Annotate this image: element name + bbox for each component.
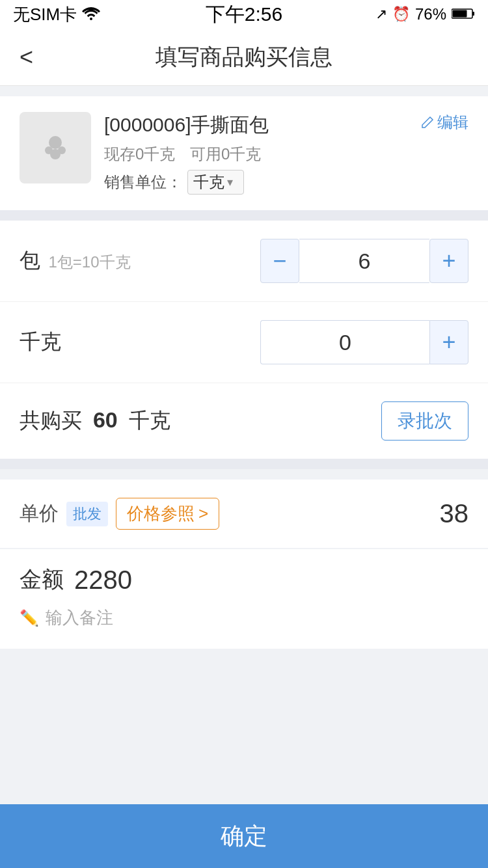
unit-arrow-icon: ▾ (227, 175, 233, 189)
total-label-group: 共购买 60 千克 (20, 407, 170, 435)
kilo-plus-icon: + (442, 329, 455, 356)
kilo-plus-button[interactable]: + (429, 320, 468, 364)
product-stock: 现存0千克 可用0千克 (104, 144, 468, 165)
product-header: [0000006]手撕面包 编辑 (104, 112, 468, 139)
price-label: 单价 (20, 500, 59, 527)
status-bar: 无SIM卡 下午2:56 ↗ ⏰ 76% (0, 0, 488, 29)
note-placeholder: 输入备注 (46, 606, 113, 629)
divider-2 (0, 459, 488, 469)
plus-icon: + (442, 247, 455, 275)
confirm-label: 确定 (221, 821, 267, 852)
note-edit-icon: ✏️ (20, 609, 39, 627)
price-value: 38 (440, 499, 469, 528)
alarm-icon: ⏰ (392, 6, 410, 23)
wifi-icon (82, 5, 100, 25)
unit-selector[interactable]: 千克 ▾ (187, 170, 244, 195)
kilo-label: 千克 (20, 330, 61, 353)
product-info: [0000006]手撕面包 编辑 现存0千克 可用0千克 销售单位： 千克 ▾ (104, 112, 468, 195)
price-tag: 批发 (66, 502, 108, 526)
svg-point-6 (50, 149, 61, 159)
kilo-label-group: 千克 (20, 328, 61, 357)
edit-label: 编辑 (437, 112, 468, 133)
product-unit-row: 销售单位： 千克 ▾ (104, 170, 468, 195)
status-left: 无SIM卡 (13, 3, 100, 26)
package-hint: 1包=10千克 (48, 253, 130, 271)
product-card: [0000006]手撕面包 编辑 现存0千克 可用0千克 销售单位： 千克 ▾ (0, 96, 488, 210)
package-row: 包 1包=10千克 − + (0, 221, 488, 302)
amount-label: 金额 (20, 565, 64, 595)
kilo-input[interactable] (260, 320, 429, 364)
battery-text: 76% (415, 5, 446, 23)
kilo-row: 千克 + (0, 302, 488, 383)
nav-bar: < 填写商品购买信息 (0, 29, 488, 86)
unit-value: 千克 (193, 172, 224, 193)
back-button[interactable]: < (20, 44, 33, 71)
total-label: 共购买 60 千克 (20, 409, 170, 432)
amount-value: 2280 (74, 565, 132, 595)
product-image (20, 112, 91, 183)
carrier-text: 无SIM卡 (13, 3, 77, 26)
minus-icon: − (273, 247, 286, 275)
price-ref-button[interactable]: 价格参照 > (116, 498, 219, 530)
nav-title: 填写商品购买信息 (156, 42, 332, 72)
product-name: [0000006]手撕面包 (104, 112, 269, 139)
price-ref-label: 价格参照 (127, 502, 195, 525)
status-right: ↗ ⏰ 76% (375, 5, 475, 23)
price-ref-arrow-icon: > (198, 504, 208, 524)
divider-1 (0, 210, 488, 221)
svg-rect-2 (453, 10, 467, 18)
package-label-group: 包 1包=10千克 (20, 247, 131, 275)
confirm-button[interactable]: 确定 (0, 804, 488, 868)
status-time: 下午2:56 (206, 1, 282, 28)
battery-icon (452, 5, 475, 23)
package-input[interactable] (299, 239, 429, 283)
svg-rect-1 (472, 12, 474, 16)
edit-button[interactable]: 编辑 (420, 112, 468, 133)
note-row[interactable]: ✏️ 输入备注 (20, 606, 468, 629)
amount-row: 金额 2280 (20, 565, 468, 595)
package-label: 包 (20, 249, 40, 272)
price-left: 单价 批发 价格参照 > (20, 498, 219, 530)
location-icon: ↗ (375, 6, 387, 23)
package-plus-button[interactable]: + (429, 239, 468, 283)
price-section: 单价 批发 价格参照 > 38 (0, 480, 488, 548)
kilo-controls: + (260, 320, 468, 364)
amount-section: 金额 2280 ✏️ 输入备注 (0, 549, 488, 649)
package-minus-button[interactable]: − (260, 239, 299, 283)
total-row: 共购买 60 千克 录批次 (0, 383, 488, 459)
total-amount: 60 (93, 407, 118, 432)
unit-label: 销售单位： (104, 172, 182, 193)
back-icon: < (20, 44, 33, 70)
package-controls: − + (260, 239, 468, 283)
batch-button[interactable]: 录批次 (381, 401, 468, 441)
